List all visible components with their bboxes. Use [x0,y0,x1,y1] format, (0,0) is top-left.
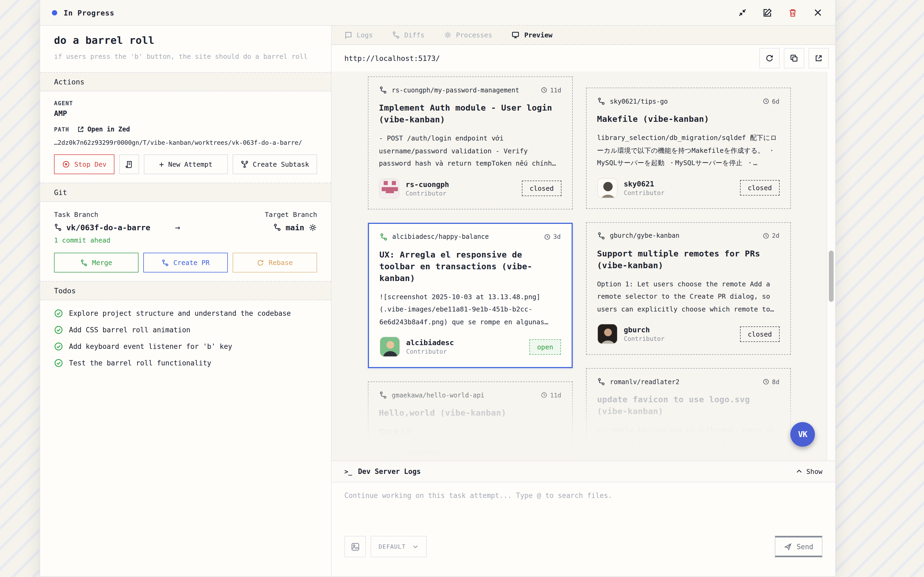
collapse-icon[interactable] [736,7,748,18]
chat-bubble-icon [344,31,352,39]
target-branch-name: main [286,223,304,232]
status-badge: closed [740,326,779,342]
check-circle-icon [54,359,63,368]
message-composer: DEFAULT Send [331,482,835,576]
card-age: 11d [550,392,561,399]
window-actions [736,7,824,18]
git-branch-icon [54,224,62,232]
tab-preview[interactable]: Preview [512,31,552,39]
git-branch-icon [379,86,387,94]
refresh-icon[interactable] [759,48,780,68]
task-title: do a barrel roll [54,34,317,46]
dev-script-button[interactable] [119,155,139,174]
kanban-column-right: sky0621/tips-go 6d Makefile (vibe-kanban… [586,88,791,461]
vibe-kanban-fab[interactable]: VK [790,422,815,446]
task-title-block: do a barrel roll if users press the 'b' … [40,26,331,73]
subtask-icon [241,161,249,169]
scrollbar-thumb[interactable] [829,251,834,302]
preview-url[interactable]: http://localhost:5173/ [344,54,440,63]
message-input[interactable] [331,482,835,536]
script-icon [125,160,133,169]
branch-settings-gear-icon[interactable] [309,223,317,232]
dialog-header: In Progress [40,0,835,26]
task-status-label: In Progress [64,8,115,17]
create-pr-button[interactable]: Create PR [143,253,228,273]
tab-diffs[interactable]: Diffs [392,31,424,39]
card-branch: gmaekawa/hello-world-api [392,392,485,399]
git-section-header: Git [40,184,331,202]
stop-dev-button[interactable]: Stop Dev [54,155,115,174]
git-branch-icon [380,233,388,241]
card-title: update favicon to use logo.svg (vibe-kan… [597,394,779,417]
new-attempt-button[interactable]: + New Attempt [144,155,228,174]
card-description: Option 1: Let users choose the remote Ad… [597,277,779,315]
actions-section-header: Actions [40,73,331,92]
status-badge: open [530,339,561,355]
send-icon [783,543,792,551]
git-section-body: Task Branch Target Branch vk/063f-do-a-b… [40,202,331,282]
monitor-icon [512,31,520,39]
task-branch-name: vk/063f-do-a-barre [66,223,150,232]
status-dot-icon [52,10,57,15]
show-logs-button[interactable]: Show [796,467,822,475]
card-age: 11d [550,86,561,94]
task-card[interactable]: sky0621/tips-go 6d Makefile (vibe-kanban… [586,88,791,209]
model-variant-select[interactable]: DEFAULT [371,536,426,557]
card-title: Hello,world (vibe-kanban) [379,407,561,419]
card-title: Implement Auth module - User login (vibe… [379,102,561,126]
delete-icon[interactable] [787,7,798,18]
create-subtask-button[interactable]: Create Subtask [233,155,317,174]
agent-value: AMP [54,109,317,118]
rebase-button[interactable]: Rebase [233,253,317,273]
clock-icon [540,87,547,93]
card-description: library_selection/db_migration/sqldef 配下… [597,131,779,169]
status-badge: closed [522,181,561,196]
git-branch-icon [597,97,605,105]
git-branch-icon [273,224,281,232]
task-branch-label: Task Branch [54,211,99,219]
task-card[interactable]: romanlv/readlater2 8d update favicon to … [586,368,791,459]
todo-item: Test the barrel roll functionality [54,359,317,368]
card-branch: gburch/gybe-kanban [610,232,679,239]
tab-logs[interactable]: Logs [344,31,373,39]
task-card[interactable]: rs-cuongph/my-password-management 11d Im… [368,76,572,209]
card-role: Contributor [406,348,454,355]
card-age: 2d [772,232,779,239]
card-branch: romanlv/readlater2 [610,378,679,385]
card-description: currently favicon.svg is different, ther… [597,424,779,449]
dev-server-logs-label: Dev Server Logs [358,467,421,475]
edit-icon[interactable] [761,7,773,18]
card-description: ![screenshot 2025-10-03 at 13.13.48.png]… [380,290,561,328]
open-in-zed-link[interactable]: Open in Zed [77,126,130,133]
task-card-selected[interactable]: alcibiadesc/happy-balance 3d UX: Arregla… [368,222,572,368]
kanban-column-left: rs-cuongph/my-password-management 11d Im… [368,76,572,461]
close-icon[interactable] [812,7,824,18]
copy-icon[interactable] [784,48,804,68]
todo-item: Explore project structure and understand… [54,309,317,318]
clock-icon [762,378,769,385]
card-age: 3d [553,233,561,240]
clock-icon [544,233,551,240]
card-age: 6d [772,97,779,105]
send-button[interactable]: Send [775,536,822,557]
task-description: if users press the 'b' button, the site … [54,51,317,62]
tab-processes[interactable]: Processes [444,31,492,39]
clock-icon [762,232,769,239]
external-link-icon [77,126,84,133]
git-branch-icon [597,378,605,386]
merge-button[interactable]: Merge [54,253,139,273]
preview-scrollbar[interactable] [827,72,835,461]
card-user: gmaekawa [405,448,446,456]
chevron-down-icon [412,543,418,550]
card-branch: sky0621/tips-go [610,97,668,105]
agent-label: AGENT [54,100,317,106]
card-user: sky0621 [624,179,664,188]
terminal-prompt-icon: >_ [344,468,352,475]
task-card[interactable]: gmaekawa/hello-world-api 11d Hello,world… [368,382,572,461]
dev-server-logs-bar[interactable]: >_ Dev Server Logs Show [331,461,835,482]
attach-image-icon[interactable] [344,536,366,557]
plus-icon: + [159,160,164,169]
open-external-icon[interactable] [809,48,829,68]
task-card[interactable]: gburch/gybe-kanban 2d Support multiple r… [586,222,791,355]
card-branch: alcibiadesc/happy-balance [392,233,489,240]
